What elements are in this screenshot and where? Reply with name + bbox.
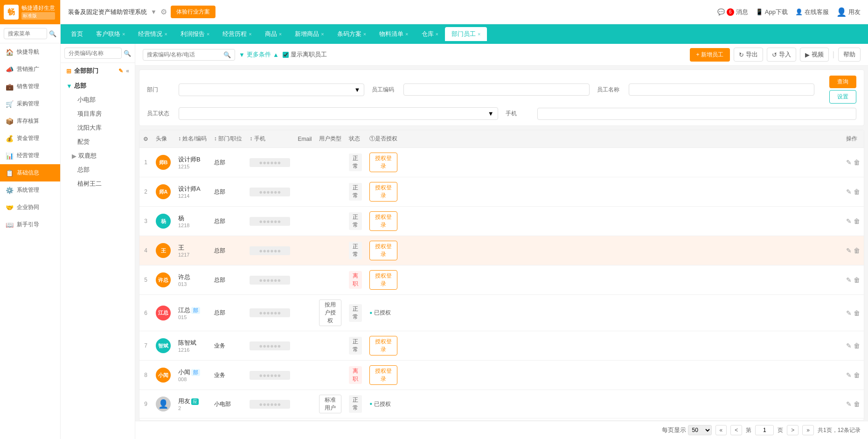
sidebar-item-collab[interactable]: 🤝 企业协同 bbox=[0, 199, 60, 216]
edit-btn[interactable]: ✎ bbox=[846, 276, 852, 284]
tree-node-zhishu[interactable]: 植树王二 bbox=[61, 177, 135, 191]
tree-node-zongbu[interactable]: 总部 bbox=[61, 163, 135, 177]
sidebar-item-sales[interactable]: 💼 销售管理 bbox=[0, 78, 60, 95]
delete-btn[interactable]: 🗑 bbox=[854, 400, 860, 408]
help-btn[interactable]: 帮助 bbox=[838, 48, 861, 62]
tab-profit[interactable]: 利润报告× bbox=[174, 27, 216, 41]
delete-btn[interactable]: 🗑 bbox=[854, 188, 860, 195]
edit-btn[interactable]: ✎ bbox=[846, 247, 852, 254]
auth-btn[interactable]: 授权登录 bbox=[369, 365, 397, 385]
auth-btn[interactable]: 授权登录 bbox=[369, 270, 397, 290]
tab-goods[interactable]: 商品× bbox=[258, 27, 288, 41]
sidebar-item-shortcuts[interactable]: 🏠 快捷导航 bbox=[0, 43, 60, 61]
next-page-btn[interactable]: > bbox=[787, 425, 799, 435]
auth-btn[interactable]: 授权登录 bbox=[369, 211, 397, 231]
delete-btn[interactable]: 🗑 bbox=[854, 217, 860, 225]
edit-btn[interactable]: ✎ bbox=[846, 217, 852, 225]
edit-btn[interactable]: ✎ bbox=[846, 159, 852, 166]
delete-btn[interactable]: 🗑 bbox=[854, 342, 860, 349]
tree-node-peihuo[interactable]: 配货 bbox=[61, 135, 135, 149]
sidebar-item-marketing[interactable]: 📣 营销推广 bbox=[0, 61, 60, 78]
delete-btn[interactable]: 🗑 bbox=[854, 276, 860, 284]
sidebar-item-guide[interactable]: 📖 新手引导 bbox=[0, 216, 60, 233]
tree-node-project[interactable]: 项目库房 bbox=[61, 107, 135, 121]
phone-input[interactable] bbox=[537, 108, 857, 120]
sidebar-item-finance[interactable]: 💰 资金管理 bbox=[0, 130, 60, 147]
close-icon[interactable]: × bbox=[436, 31, 438, 37]
settings-btn[interactable]: 设置 bbox=[829, 90, 856, 104]
export-btn[interactable]: ↻ 导出 bbox=[734, 48, 763, 62]
page-input[interactable] bbox=[755, 425, 774, 435]
close-icon[interactable]: × bbox=[363, 31, 366, 37]
show-resigned-check[interactable]: 显示离职员工 bbox=[283, 50, 327, 59]
sidebar-search-input[interactable] bbox=[4, 28, 47, 39]
tab-add-goods[interactable]: 新增商品× bbox=[288, 27, 330, 41]
tree-search-input[interactable] bbox=[64, 48, 122, 59]
import-btn[interactable]: ↺ 导入 bbox=[767, 48, 796, 62]
edit-btn[interactable]: ✎ bbox=[846, 309, 852, 317]
tree-node-shuanglu[interactable]: ▶ 双鹿想 bbox=[61, 149, 135, 163]
col-name[interactable]: ↕ 姓名/编码 bbox=[174, 130, 210, 148]
edit-btn[interactable]: ✎ bbox=[846, 342, 852, 349]
per-page-select[interactable]: 50 20 100 bbox=[688, 425, 712, 435]
first-page-btn[interactable]: « bbox=[715, 425, 727, 435]
add-employee-btn[interactable]: + 新增员工 bbox=[690, 48, 730, 62]
close-icon[interactable]: × bbox=[279, 31, 282, 37]
settings-icon[interactable]: ⚙ bbox=[160, 7, 167, 16]
sidebar-search[interactable]: 🔍 bbox=[0, 24, 60, 43]
auth-btn[interactable]: 授权登录 bbox=[369, 241, 397, 260]
auth-btn[interactable]: 授权登录 bbox=[369, 182, 397, 202]
search-input[interactable] bbox=[147, 51, 222, 58]
delete-btn[interactable]: 🗑 bbox=[854, 371, 860, 379]
sidebar-item-base-info[interactable]: 📋 基础信息 bbox=[0, 164, 60, 181]
delete-btn[interactable]: 🗑 bbox=[854, 159, 860, 166]
app-download-btn[interactable]: 📱 App下载 bbox=[756, 8, 788, 16]
tree-node-xiaodibu[interactable]: 小电部 bbox=[61, 93, 135, 107]
emp-code-input[interactable] bbox=[403, 84, 589, 96]
col-phone[interactable]: ↕ 手机 bbox=[246, 130, 294, 148]
close-icon[interactable]: × bbox=[249, 31, 251, 37]
tree-header[interactable]: ⊞ 全部部门 ✎ « bbox=[61, 63, 135, 79]
auth-btn[interactable]: 授权登录 bbox=[369, 153, 397, 172]
tab-customer[interactable]: 客户联络× bbox=[90, 27, 132, 41]
emp-name-input[interactable] bbox=[629, 84, 814, 96]
sidebar-item-system[interactable]: ⚙️ 系统管理 bbox=[0, 181, 60, 199]
user-type-btn[interactable]: 按用户授权 bbox=[319, 300, 341, 326]
online-service-btn[interactable]: 👤 在线客服 bbox=[795, 8, 829, 16]
close-icon[interactable]: × bbox=[478, 31, 480, 37]
tree-node-parent[interactable]: ▼ 总部 bbox=[61, 79, 135, 93]
close-icon[interactable]: × bbox=[321, 31, 324, 37]
user-menu[interactable]: 👤 用友 bbox=[836, 7, 861, 17]
tab-warehouse[interactable]: 仓库× bbox=[415, 27, 445, 41]
search-box[interactable]: 🔍 bbox=[143, 49, 235, 61]
dropdown-icon[interactable]: ▼ bbox=[151, 8, 157, 15]
user-type-btn[interactable]: 标准用户 bbox=[319, 395, 341, 413]
prev-page-btn[interactable]: < bbox=[730, 425, 742, 435]
filter-toggle[interactable]: ▼ 更多条件 ▲ bbox=[239, 50, 279, 59]
sidebar-item-operations[interactable]: 📊 经营管理 bbox=[0, 147, 60, 164]
dept-select[interactable]: ▼ bbox=[179, 84, 364, 96]
collapse-icon[interactable]: « bbox=[126, 68, 129, 74]
auth-btn[interactable]: 授权登录 bbox=[369, 336, 397, 355]
tab-barcode[interactable]: 条码方案× bbox=[331, 27, 373, 41]
last-page-btn[interactable]: » bbox=[802, 425, 814, 435]
emp-status-select[interactable]: ▼ bbox=[179, 107, 498, 120]
sidebar-item-inventory[interactable]: 📦 库存核算 bbox=[0, 112, 60, 130]
tree-node-shenyang[interactable]: 沈阳大库 bbox=[61, 121, 135, 135]
video-btn[interactable]: ▶ 视频 bbox=[800, 48, 829, 62]
col-dept[interactable]: ↕ 部门/职位 bbox=[210, 130, 246, 148]
delete-btn[interactable]: 🗑 bbox=[854, 247, 860, 254]
show-resigned-checkbox[interactable] bbox=[283, 52, 289, 58]
tab-department[interactable]: 部门员工× bbox=[445, 27, 487, 41]
close-icon[interactable]: × bbox=[122, 31, 125, 37]
edit-btn[interactable]: ✎ bbox=[846, 188, 852, 195]
close-icon[interactable]: × bbox=[164, 31, 167, 37]
tab-home[interactable]: 首页 bbox=[64, 27, 90, 41]
edit-btn[interactable]: ✎ bbox=[846, 371, 852, 379]
close-icon[interactable]: × bbox=[207, 31, 209, 37]
col-settings[interactable]: ⚙ bbox=[139, 130, 152, 148]
search-icon[interactable]: 🔍 bbox=[223, 51, 231, 58]
query-btn[interactable]: 查询 bbox=[829, 76, 856, 88]
tab-history[interactable]: 经营历程× bbox=[216, 27, 258, 41]
edit-icon[interactable]: ✎ bbox=[118, 68, 123, 74]
